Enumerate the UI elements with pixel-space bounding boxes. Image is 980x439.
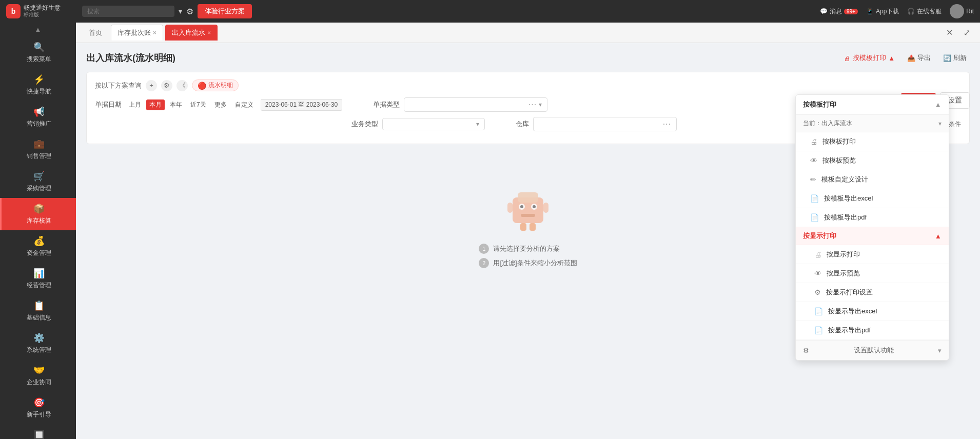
display-export-pdf-label: 按显示导出pdf bbox=[828, 326, 871, 335]
template-custom-label: 模板自定义设计 bbox=[821, 175, 868, 184]
date-current-year[interactable]: 本年 bbox=[167, 99, 185, 110]
sidebar-item-inventory[interactable]: 📦 库存核算 bbox=[0, 198, 76, 230]
date-custom[interactable]: 自定义 bbox=[232, 99, 257, 110]
sidebar-item-marketing[interactable]: 📢 营销推广 bbox=[0, 101, 76, 133]
tab-batch-account-close[interactable]: × bbox=[153, 29, 156, 36]
dropdown-collapse-button[interactable]: ▲ bbox=[934, 101, 942, 109]
tab-close-button[interactable]: ✕ bbox=[942, 26, 956, 40]
sidebar-item-finance[interactable]: 💰 资金管理 bbox=[0, 230, 76, 263]
message-item[interactable]: 💬 消息 99+ bbox=[820, 7, 858, 16]
tab-inventory-flow-close[interactable]: × bbox=[207, 29, 211, 36]
refresh-button[interactable]: 🔄 刷新 bbox=[940, 51, 970, 65]
filter-collapse-button[interactable]: 《 bbox=[177, 80, 188, 91]
sidebar-item-system[interactable]: ⚙️ 系统管理 bbox=[0, 327, 76, 360]
template-export-excel-item[interactable]: 📄 按模板导出excel bbox=[796, 189, 949, 208]
tab-bar: 首页 库存批次账 × 出入库流水 × ✕ ⤢ bbox=[76, 23, 980, 43]
app-download-item[interactable]: 📱 App下载 bbox=[866, 7, 899, 16]
sidebar-item-basic[interactable]: 📋 基础信息 bbox=[0, 295, 76, 327]
display-export-excel-item[interactable]: 📄 按显示导出excel bbox=[796, 302, 949, 321]
sidebar: ▲ 🔍 搜索菜单 ⚡ 快捷导航 📢 营销推广 💼 销售管理 🛒 采购管理 📦 库… bbox=[0, 23, 76, 439]
template-preview-icon: 👁 bbox=[810, 156, 817, 165]
display-print-settings-label: 按显示打印设置 bbox=[826, 288, 873, 297]
page-header: 出入库流水(流水明细) 🖨 按模板打印 ▲ 📤 导出 🔄 刷新 bbox=[86, 51, 970, 65]
dropdown-footer[interactable]: ⚙ 设置默认功能 ▾ bbox=[796, 340, 949, 360]
template-print-item[interactable]: 🖨 按模板打印 bbox=[796, 132, 949, 151]
date-last-7-days[interactable]: 近7天 bbox=[187, 99, 209, 110]
template-custom-item[interactable]: ✏ 模板自定义设计 bbox=[796, 170, 949, 189]
top-gear-button[interactable]: ⚙ bbox=[186, 7, 193, 16]
display-export-excel-icon: 📄 bbox=[814, 307, 823, 315]
empty-steps: 1 请先选择要分析的方案 2 用[过滤]条件来缩小分析范围 bbox=[479, 244, 577, 268]
warehouse-select[interactable]: ··· bbox=[533, 117, 677, 131]
filter-tag-label: 流水明细 bbox=[208, 81, 233, 90]
message-badge: 99+ bbox=[844, 9, 858, 14]
print-template-button[interactable]: 🖨 按模板打印 ▲ bbox=[841, 51, 898, 65]
top-right: 💬 消息 99+ 📱 App下载 🎧 在线客服 Rit bbox=[820, 4, 974, 18]
template-preview-label: 按模板预览 bbox=[822, 156, 856, 165]
biz-type-select[interactable]: ▾ bbox=[382, 118, 485, 130]
display-collapse-icon[interactable]: ▲ bbox=[935, 232, 942, 240]
tab-batch-account[interactable]: 库存批次账 × bbox=[111, 25, 163, 41]
sidebar-item-operations[interactable]: 📊 经营管理 bbox=[0, 263, 76, 295]
tab-maximize-button[interactable]: ⤢ bbox=[959, 26, 974, 40]
app-center-icon: 🔲 bbox=[33, 429, 45, 439]
export-label: 导出 bbox=[917, 53, 931, 63]
svg-rect-6 bbox=[521, 214, 535, 217]
doc-type-select[interactable]: ··· ▾ bbox=[404, 97, 547, 112]
page-actions: 🖨 按模板打印 ▲ 📤 导出 🔄 刷新 bbox=[841, 51, 970, 65]
tab-home[interactable]: 首页 bbox=[82, 25, 109, 41]
sidebar-item-newbie[interactable]: 🎯 新手引导 bbox=[0, 392, 76, 424]
sidebar-item-enterprise[interactable]: 🤝 企业协同 bbox=[0, 360, 76, 392]
warehouse-more[interactable]: ··· bbox=[663, 119, 671, 129]
message-icon: 💬 bbox=[820, 8, 828, 15]
online-service-item[interactable]: 🎧 在线客服 bbox=[907, 7, 942, 16]
footer-settings-icon: ⚙ bbox=[803, 347, 809, 354]
date-more[interactable]: 更多 bbox=[211, 99, 230, 110]
template-print-label: 按模板打印 bbox=[822, 137, 856, 146]
export-button[interactable]: 📤 导出 bbox=[904, 51, 934, 65]
footer-arrow[interactable]: ▾ bbox=[938, 347, 942, 354]
display-print-item[interactable]: 🖨 按显示打印 bbox=[796, 245, 949, 264]
doc-type-field: 单据类型 ··· ▾ bbox=[373, 97, 547, 112]
tab-home-label: 首页 bbox=[89, 28, 102, 37]
sidebar-item-sales[interactable]: 💼 销售管理 bbox=[0, 133, 76, 166]
display-print-settings-item[interactable]: ⚙ 按显示打印设置 bbox=[796, 283, 949, 302]
top-dropdown-button[interactable]: ▾ bbox=[179, 7, 182, 15]
template-preview-item[interactable]: 👁 按模板预览 bbox=[796, 151, 949, 170]
sidebar-scroll-up[interactable]: ▲ bbox=[0, 23, 76, 36]
display-print-header[interactable]: 按显示打印 ▲ bbox=[796, 227, 949, 245]
display-settings-icon: ⚙ bbox=[814, 288, 821, 296]
sidebar-label-search: 搜索菜单 bbox=[27, 55, 51, 64]
step-2-num: 2 bbox=[479, 258, 489, 268]
tab-inventory-flow[interactable]: 出入库流水 × bbox=[165, 25, 218, 41]
filter-settings-button[interactable]: ⚙ bbox=[161, 80, 172, 91]
date-last-month[interactable]: 上月 bbox=[126, 99, 144, 110]
date-current-month[interactable]: 本月 bbox=[146, 99, 165, 110]
app-version: 标准版 bbox=[24, 11, 61, 18]
top-search-input[interactable] bbox=[82, 6, 174, 17]
doc-type-more[interactable]: ··· bbox=[528, 100, 537, 109]
sidebar-item-search[interactable]: 🔍 搜索菜单 bbox=[0, 36, 76, 69]
refresh-icon: 🔄 bbox=[943, 54, 951, 62]
sidebar-item-purchase[interactable]: 🛒 采购管理 bbox=[0, 166, 76, 198]
print-dropdown-panel: 按模板打印 ▲ 当前：出入库流水 ▾ 🖨 按模板打印 👁 按模板预览 bbox=[795, 94, 949, 361]
sidebar-label-system: 系统管理 bbox=[27, 346, 51, 354]
date-range-display[interactable]: 2023-06-01 至 2023-06-30 bbox=[261, 99, 342, 111]
filter-tag[interactable]: 🔴 流水明细 bbox=[192, 79, 239, 91]
user-area[interactable]: Rit bbox=[950, 4, 974, 18]
print-dropdown-arrow: ▲ bbox=[888, 54, 895, 62]
sidebar-item-app-center[interactable]: 🔲 应用中心 bbox=[0, 424, 76, 439]
template-sub-arrow[interactable]: ▾ bbox=[938, 120, 942, 127]
filter-add-button[interactable]: + bbox=[146, 80, 157, 91]
template-export-pdf-item[interactable]: 📄 按模板导出pdf bbox=[796, 208, 949, 227]
doc-type-label: 单据类型 bbox=[373, 100, 400, 109]
display-preview-item[interactable]: 👁 按显示预览 bbox=[796, 264, 949, 283]
display-export-pdf-icon: 📄 bbox=[814, 326, 823, 334]
sidebar-label-enterprise: 企业协同 bbox=[27, 378, 51, 387]
sidebar-item-quick-nav[interactable]: ⚡ 快捷导航 bbox=[0, 69, 76, 101]
industry-solution-button[interactable]: 体验行业方案 bbox=[198, 4, 252, 18]
svg-point-5 bbox=[533, 205, 536, 208]
display-export-pdf-item[interactable]: 📄 按显示导出pdf bbox=[796, 321, 949, 340]
sidebar-label-finance: 资金管理 bbox=[27, 249, 51, 257]
user-avatar bbox=[950, 4, 964, 18]
